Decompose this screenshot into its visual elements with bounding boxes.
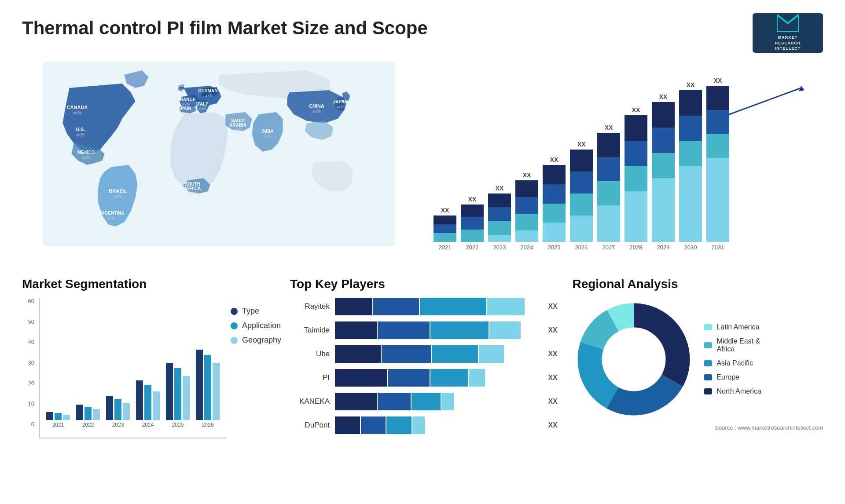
- reg-legend-apac: Asia Pacific: [704, 359, 761, 367]
- svg-text:xx%: xx%: [114, 194, 122, 199]
- reg-dot-mea: [704, 342, 712, 348]
- svg-text:INDIA: INDIA: [261, 129, 273, 134]
- svg-text:ARABIA: ARABIA: [229, 123, 246, 128]
- reg-legend-europe: Europe: [704, 373, 761, 381]
- growth-chart: XX 2021 XX: [429, 79, 823, 264]
- seg-bar-2025: 2025: [166, 363, 190, 428]
- player-name-kaneka: KANEKA: [290, 397, 330, 406]
- seg-bar-2024: 2024: [136, 380, 160, 428]
- page-container: Thermal control PI film Market Size and …: [0, 0, 845, 504]
- bar-2027: XX 2027: [597, 124, 620, 251]
- player-row-ube: Ube XX: [290, 345, 563, 363]
- bar-2024: XX 2024: [515, 172, 538, 251]
- player-xx-pi: XX: [548, 374, 563, 382]
- reg-dot-europe: [704, 374, 712, 380]
- logo-area: MARKET RESEARCH INTELLECT: [753, 13, 823, 53]
- logo-text: MARKET RESEARCH INTELLECT: [775, 35, 801, 51]
- seg-bar-2022: 2022: [76, 405, 100, 428]
- logo-box: MARKET RESEARCH INTELLECT: [753, 13, 823, 53]
- player-row-taimide: Taimide XX: [290, 321, 563, 339]
- y-axis: 60 50 40 30 20 10 0: [22, 298, 34, 438]
- player-xx-taimide: XX: [548, 326, 563, 334]
- legend-label-application: Application: [242, 321, 281, 330]
- svg-text:SPAIN: SPAIN: [178, 106, 191, 111]
- svg-text:xx%: xx%: [206, 93, 213, 98]
- player-xx-dupont: XX: [548, 421, 563, 429]
- bar-2029: XX 2029: [652, 93, 675, 251]
- svg-text:MEXICO: MEXICO: [77, 150, 95, 155]
- top-row: CANADA xx% U.S. xx% MEXICO xx% BRAZIL xx…: [22, 62, 823, 264]
- segmentation-section: Market Segmentation 60 50 40 30 20 10 0: [22, 277, 281, 493]
- player-name-rayitek: Rayitek: [290, 302, 330, 311]
- svg-text:xx%: xx%: [189, 191, 196, 195]
- bar-2025: XX 2025: [543, 156, 566, 251]
- seg-chart-wrapper: 60 50 40 30 20 10 0: [22, 298, 281, 438]
- svg-text:JAPAN: JAPAN: [333, 99, 348, 104]
- regional-title: Regional Analysis: [572, 277, 823, 291]
- bar-2021: XX 2021: [434, 207, 456, 251]
- donut-svg: [572, 298, 695, 421]
- logo-letter: [777, 15, 799, 35]
- reg-dot-apac: [704, 360, 712, 366]
- seg-bar-2026: 2026: [196, 350, 220, 428]
- svg-text:GERMANY: GERMANY: [198, 88, 220, 93]
- svg-text:xx%: xx%: [234, 128, 242, 132]
- source-text: Source : www.marketresearchintellect.com: [572, 424, 823, 431]
- map-section: CANADA xx% U.S. xx% MEXICO xx% BRAZIL xx…: [22, 62, 416, 264]
- player-bar-dupont: [335, 416, 543, 434]
- svg-text:xx%: xx%: [107, 216, 115, 221]
- reg-label-latin: Latin America: [716, 323, 759, 331]
- legend-geography: Geography: [231, 336, 281, 345]
- svg-text:ITALY: ITALY: [196, 102, 209, 106]
- growth-chart-section: XX 2021 XX: [429, 62, 823, 264]
- player-row-dupont: DuPont XX: [290, 416, 563, 434]
- svg-text:ARGENTINA: ARGENTINA: [98, 211, 124, 215]
- seg-bar-groups: 2021 2022: [42, 298, 224, 438]
- svg-text:xx%: xx%: [76, 132, 84, 137]
- legend-type: Type: [231, 307, 281, 316]
- legend-dot-application: [231, 322, 238, 329]
- player-xx-ube: XX: [548, 350, 563, 358]
- player-row-kaneka: KANEKA XX: [290, 393, 563, 410]
- svg-text:CHINA: CHINA: [309, 103, 324, 109]
- svg-text:AFRICA: AFRICA: [184, 186, 201, 191]
- header: Thermal control PI film Market Size and …: [22, 13, 823, 53]
- players-chart: Rayitek XX Taimide: [290, 298, 563, 434]
- reg-dot-latin: [704, 324, 712, 330]
- svg-text:U.S.: U.S.: [76, 127, 85, 132]
- svg-text:xx%: xx%: [198, 106, 206, 111]
- player-bar-kaneka: [335, 393, 543, 410]
- reg-legend-na: North America: [704, 387, 761, 395]
- svg-text:xx%: xx%: [312, 109, 321, 114]
- svg-text:xx%: xx%: [82, 155, 90, 160]
- player-name-ube: Ube: [290, 350, 330, 358]
- world-map-svg: CANADA xx% U.S. xx% MEXICO xx% BRAZIL xx…: [22, 62, 416, 246]
- seg-bar-2021: 2021: [46, 412, 70, 428]
- player-bar-rayitek: [335, 298, 543, 315]
- player-bar-pi: [335, 369, 543, 387]
- svg-text:xx%: xx%: [73, 110, 81, 115]
- bar-2030: XX 2030: [679, 81, 702, 251]
- growth-bars-area: XX 2021 XX: [434, 92, 819, 251]
- svg-text:CANADA: CANADA: [67, 105, 88, 110]
- regional-content: Latin America Middle East &Africa Asia P…: [572, 298, 823, 421]
- bottom-row: Market Segmentation 60 50 40 30 20 10 0: [22, 277, 823, 493]
- reg-legend-mea: Middle East &Africa: [704, 337, 761, 353]
- player-row-rayitek: Rayitek XX: [290, 298, 563, 315]
- seg-bars-area: 2021 2022: [39, 298, 226, 438]
- seg-legend: Type Application Geography: [231, 298, 281, 438]
- map-container: CANADA xx% U.S. xx% MEXICO xx% BRAZIL xx…: [22, 62, 416, 246]
- donut-chart: [572, 298, 695, 421]
- player-name-taimide: Taimide: [290, 326, 330, 335]
- regional-legend: Latin America Middle East &Africa Asia P…: [704, 323, 761, 395]
- player-xx-rayitek: XX: [548, 303, 563, 310]
- svg-text:xx%: xx%: [337, 105, 344, 109]
- legend-dot-geography: [231, 337, 238, 344]
- svg-point-41: [605, 331, 662, 388]
- svg-marker-0: [777, 15, 799, 32]
- svg-text:xx%: xx%: [176, 88, 184, 92]
- svg-text:xx%: xx%: [264, 134, 271, 139]
- page-title: Thermal control PI film Market Size and …: [22, 18, 428, 39]
- players-title: Top Key Players: [290, 277, 563, 291]
- player-name-dupont: DuPont: [290, 421, 330, 430]
